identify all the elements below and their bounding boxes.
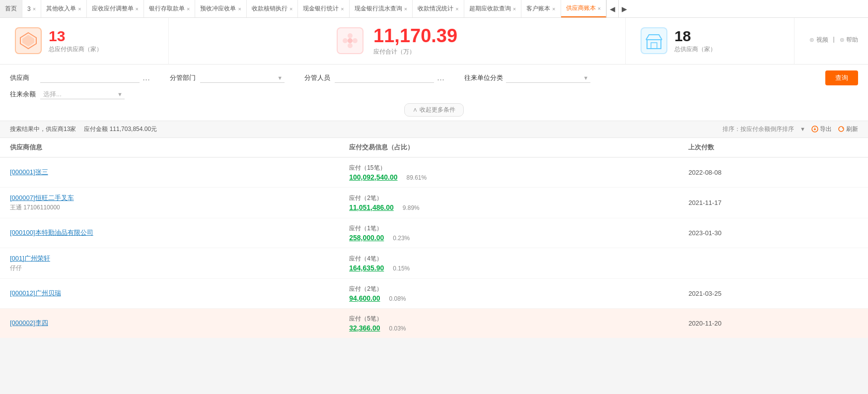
table-row: [000001]张三 应付（15笔） 100,092,540.00 89.61%… [0, 158, 868, 188]
nav-tab-3[interactable]: 3 × [22, 0, 41, 17]
tx-amount-link[interactable]: 11,051,486.00 [349, 203, 394, 211]
result-actions: 排序：按应付余额倒序排序 ▼ 导出 刷新 [723, 125, 858, 133]
close-icon[interactable]: × [404, 6, 407, 12]
sort-label[interactable]: 排序：按应付余额倒序排序 [723, 125, 794, 133]
nav-tab-bank-deposit[interactable]: 银行存取款单 × [144, 0, 195, 17]
table-row: [000007]恒旺二手叉车 王通 17106110000 应付（2笔） 11,… [0, 188, 868, 218]
nav-left-arrow[interactable]: ◀ [606, 0, 618, 17]
tx-pct: 89.61% [407, 174, 427, 181]
query-button[interactable]: 查询 [825, 70, 858, 85]
nav-tab-customer-account[interactable]: 客户账本 × [521, 0, 561, 17]
supplier-name-link[interactable]: [000002]李四 [10, 319, 349, 328]
export-button[interactable]: 导出 [811, 125, 832, 133]
tx-label: 应付（2笔） [349, 285, 688, 293]
nav-tab-home[interactable]: 首页 [0, 0, 22, 17]
nav-tab-3-label: 3 [27, 5, 31, 12]
nav-tab-other-income-label: 其他收入单 [46, 4, 76, 13]
nav-tab-cash-bank-stat[interactable]: 现金银行统计 × [298, 0, 349, 17]
close-icon[interactable]: × [78, 6, 81, 12]
flower-icon [337, 27, 363, 54]
nav-tab-overdue-query-label: 超期应收款查询 [469, 4, 511, 13]
tx-amount-cell: 100,092,540.00 89.61% [349, 172, 688, 181]
category-select[interactable] [506, 73, 590, 83]
collapse-label: ∧ 收起更多条件 [413, 106, 455, 114]
filter-section: 供应商 ... 分管部门 ▼ 分管人员 ... 往来单位分类 [0, 65, 868, 121]
balance-select[interactable]: 选择... [40, 89, 125, 99]
supplier-input[interactable] [40, 73, 140, 83]
tx-label: 应付（15笔） [349, 164, 688, 172]
last-date-cell: 2022-08-08 [688, 169, 858, 176]
nav-tab-collect-stat[interactable]: 收款情况统计 × [413, 0, 464, 17]
close-icon[interactable]: × [289, 6, 292, 12]
svg-point-3 [348, 33, 353, 38]
nav-tab-ap-adjust[interactable]: 应收应付调整单 × [87, 0, 144, 17]
close-icon[interactable]: × [598, 5, 601, 11]
tx-amount-link[interactable]: 164,635.90 [349, 264, 384, 272]
person-input[interactable] [335, 73, 434, 83]
close-icon[interactable]: × [136, 6, 139, 12]
nav-right-arrow[interactable]: ▶ [618, 0, 630, 17]
col-header-supplier: 供应商信息 [10, 143, 349, 152]
close-icon[interactable]: × [552, 6, 555, 12]
dept-select[interactable] [200, 73, 285, 83]
collapse-button[interactable]: ∧ 收起更多条件 [404, 103, 463, 117]
summary-card-suppliers: 13 总应付供应商（家） [0, 18, 169, 64]
export-icon [811, 126, 818, 132]
supplier-name-link[interactable]: [001]广州荣轩 [10, 254, 349, 263]
table-row: [001]广州荣轩 仔仔 应付（4笔） 164,635.90 0.15% [0, 248, 868, 279]
tx-label: 应付（5笔） [349, 315, 688, 323]
filter-row-2: 往来余额 选择... ▼ [10, 89, 858, 99]
supplier-name-link[interactable]: [000007]恒旺二手叉车 [10, 194, 349, 202]
tx-amount-link[interactable]: 94,600.00 [349, 294, 380, 302]
nav-tab-other-income[interactable]: 其他收入单 × [41, 0, 86, 17]
nav-tab-cash-bank-flow[interactable]: 现金银行流水查询 × [350, 0, 413, 17]
supplier-name-link[interactable]: [000001]张三 [10, 168, 349, 177]
close-icon[interactable]: × [341, 6, 344, 12]
supplier-icon [15, 27, 42, 54]
diamond-icon [18, 31, 38, 51]
person-dots-icon[interactable]: ... [437, 72, 444, 83]
last-date-value: 2023-01-30 [688, 229, 722, 237]
summary-card-total-suppliers: 18 总供应商（家） [626, 18, 795, 64]
close-icon[interactable]: × [455, 6, 458, 12]
nav-tab-collect-verify[interactable]: 收款核销执行 × [247, 0, 298, 17]
summary-total-suppliers-value: 18 [674, 28, 716, 44]
supplier-dots-icon[interactable]: ... [143, 72, 150, 83]
nav-tab-overdue-query[interactable]: 超期应收款查询 × [464, 0, 521, 17]
tx-pct: 0.15% [393, 265, 410, 272]
nav-tab-customer-account-label: 客户账本 [526, 4, 550, 13]
nav-tab-advance-collect[interactable]: 预收冲应收单 × [195, 0, 246, 17]
chevron-down-icon: ▼ [800, 126, 805, 132]
tx-label: 应付（2笔） [349, 194, 688, 202]
supplier-sub: 仔仔 [10, 264, 349, 272]
filter-supplier: 供应商 ... [10, 72, 150, 83]
refresh-button[interactable]: 刷新 [838, 125, 858, 133]
supplier-name-link[interactable]: [000012]广州贝瑞 [10, 289, 349, 298]
summary-total-payable-value: 11,170.39 [373, 26, 457, 47]
supplier-info-cell: [000007]恒旺二手叉车 王通 17106110000 [10, 194, 349, 212]
svg-point-4 [348, 43, 353, 48]
nav-tab-home-label: 首页 [5, 4, 17, 13]
tx-amount-link[interactable]: 32,366.00 [349, 324, 380, 332]
video-link[interactable]: ⊙ 视频 [809, 36, 828, 44]
close-icon[interactable]: × [33, 6, 36, 12]
summary-payable-suppliers-label: 总应付供应商（家） [49, 45, 102, 54]
help-link[interactable]: ⊙ 帮助 [840, 36, 858, 44]
nav-tab-supplier-account[interactable]: 供应商账本 × [561, 0, 606, 17]
tx-amount-cell: 258,000.00 0.23% [349, 233, 688, 242]
close-icon[interactable]: × [513, 6, 516, 12]
tx-amount-link[interactable]: 100,092,540.00 [349, 173, 397, 181]
close-icon[interactable]: × [187, 6, 190, 12]
tx-info-cell: 应付（2笔） 94,600.00 0.08% [349, 285, 688, 302]
supplier-info-cell: [000012]广州贝瑞 [10, 289, 349, 298]
tx-label: 应付（1笔） [349, 224, 688, 233]
tx-info-cell: 应付（4笔） 164,635.90 0.15% [349, 255, 688, 272]
table-row: [000002]李四 应付（5笔） 32,366.00 0.03% 2020-1… [0, 309, 868, 338]
nav-tab-collect-verify-label: 收款核销执行 [252, 4, 288, 13]
tx-amount-link[interactable]: 258,000.00 [349, 234, 384, 242]
help-links: ⊙ 视频 | ⊙ 帮助 [809, 36, 858, 44]
close-icon[interactable]: × [238, 6, 241, 12]
tx-amount-cell: 32,366.00 0.03% [349, 323, 688, 332]
supplier-name-link[interactable]: [000100]本特勤油品有限公司 [10, 228, 349, 237]
tx-label: 应付（4笔） [349, 255, 688, 263]
